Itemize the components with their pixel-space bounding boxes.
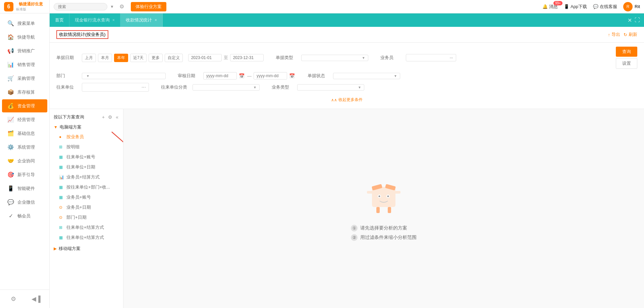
business-icon: 📈 [7,116,14,123]
scheme-group-pc-header[interactable]: ▼ 电脑端方案 [50,122,123,132]
nav-guide[interactable]: 🎯 新手引导 [2,168,47,181]
scheme-item-label-7: 业务员+日期 [66,204,91,210]
voucher-status-arrow: ▼ [394,74,397,78]
counterpart-select[interactable]: ··· [82,83,149,92]
window-max-icon[interactable]: ⛶ [635,17,640,23]
nav-enterprise[interactable]: 🤝 企业协同 [2,154,47,167]
counterpart-category-select[interactable]: ▼ [193,84,260,91]
nav-sales[interactable]: 📊 销售管理 [2,58,47,71]
calendar-icon-from[interactable]: 📅 [239,73,245,79]
scheme-item-icon-10: ▦ [59,235,64,240]
nav-search-menu[interactable]: 🔍 搜索菜单 [2,17,47,30]
date-btn-last-month[interactable]: 上月 [82,54,96,62]
nav-purchase[interactable]: 🛒 采购管理 [2,72,47,85]
window-close-icon[interactable]: ✕ [628,17,632,23]
scheme-group-pc: ▼ 电脑端方案 ● 按业务员 ⊞ 按明细 ▦ 往来单位+账号 [50,122,123,243]
trial-btn[interactable]: 体验行业方案 [131,2,166,11]
scheme-item-1[interactable]: ⊞ 按明细 [50,142,123,152]
query-btn[interactable]: 查询 [616,47,637,57]
sidebar-collapse-btn[interactable]: ◀▐ [26,293,46,305]
tab-bank-flow[interactable]: 现金银行流水查询 × [69,13,120,27]
salesperson-select[interactable]: ··· [406,54,456,61]
scheme-item-6[interactable]: ▦ 业务员+账号 [50,192,123,202]
query-btns: 查询 设置 [616,47,637,69]
nav-business[interactable]: 📈 经营管理 [2,113,47,126]
settings-gear-icon[interactable]: ⚙ [119,3,124,10]
date-to-input[interactable] [230,54,264,61]
date-btn-this-year[interactable]: 本年 [114,54,128,62]
collapse-bar[interactable]: ∧∧ 收起更多条件 [56,95,637,105]
scheme-item-label-5: 按往来单位+部门+收... [66,184,110,190]
calendar-icon-to[interactable]: 📅 [289,73,295,79]
nav-member[interactable]: ✓ 畅会员 [2,209,47,222]
nav-wechat[interactable]: 💬 企业微信 [2,196,47,209]
scheme-item-8[interactable]: ⊙ 部门+日期 [50,212,123,222]
app-download-btn[interactable]: 📱 App下载 [564,4,587,10]
setting-btn[interactable]: 设置 [616,58,637,69]
scheme-item-2[interactable]: ▦ 往来单位+账号 [50,152,123,162]
dropdown-arrow-icon[interactable]: ▼ [110,4,114,9]
content-body: 按以下方案查询 + ⚙ « ▼ 电脑端方案 ● [50,109,644,308]
sidebar-settings-btn[interactable]: ⚙ [3,293,23,305]
nav-quick-nav[interactable]: 🏠 快捷导航 [2,31,47,44]
refresh-label: 刷新 [629,32,637,38]
counterpart-dots[interactable]: ··· [142,84,146,90]
scheme-collapse-btn[interactable]: « [115,114,119,120]
user-area[interactable]: R Rit [623,2,640,11]
nav-label-wechat: 企业微信 [17,199,35,205]
scheme-item-9[interactable]: ⊞ 往来单位+结算方式 [50,222,123,233]
scheme-item-label-9: 往来单位+结算方式 [66,224,104,230]
dept-select[interactable]: ▼ [82,73,166,79]
date-from-input[interactable] [188,54,222,61]
scheme-item-0[interactable]: ● 按业务员 [50,132,123,142]
tab-collection-stats-close[interactable]: × [155,18,157,22]
nav-label-marketing: 营销推广 [17,48,35,54]
scheme-add-btn[interactable]: + [101,114,105,120]
nav-marketing[interactable]: 📢 营销推广 [2,44,47,57]
sidebar: 6 畅捷通好生意 标准版 🔍 搜索菜单 🏠 快捷导航 📢 营销推广 📊 销售管理… [0,0,50,308]
scheme-item-4[interactable]: 📊 业务员+结算方式 [50,172,123,182]
nav-smart-hardware[interactable]: 📱 智能硬件 [2,182,47,195]
tab-home[interactable]: 首页 [50,13,69,27]
scheme-item-label-6: 业务员+账号 [66,194,91,200]
scheme-group-mobile-header[interactable]: ▶ 移动端方案 [50,244,123,253]
enterprise-icon: 🤝 [7,158,14,164]
scheme-item-3[interactable]: ▦ 往来单位+日期 [50,162,123,172]
review-date-from-input[interactable] [203,72,237,80]
nav-basic-info[interactable]: 🗂️ 基础信息 [2,127,47,140]
nav-label-business: 经营管理 [17,117,35,123]
marketing-icon: 📢 [7,48,14,54]
scheme-item-label-2: 往来单位+账号 [66,154,95,160]
scheme-group-arrow-icon: ▼ [54,125,58,130]
voucher-type-select[interactable]: ▼ [301,55,368,61]
refresh-icon: ↻ [624,32,627,37]
date-btn-this-month[interactable]: 本月 [98,54,112,62]
nav-label-guide: 新手引导 [17,172,35,178]
tab-collection-stats[interactable]: 收款情况统计 × [120,13,163,27]
refresh-btn[interactable]: ↻ 刷新 [624,32,637,38]
date-btn-7days[interactable]: 近7天 [130,54,147,62]
scheme-item-10[interactable]: ▦ 往来单位+结算方式 [50,233,123,243]
online-service-btn[interactable]: 💬 在线客服 [593,4,617,10]
nav-finance[interactable]: 💰 资金管理 [2,99,47,112]
filter-row-3: 往来单位 ··· 往来单位分类 ▼ 业务类型 ▼ [56,83,637,92]
message-btn[interactable]: 🔔 消息 99+ [542,4,558,10]
export-btn[interactable]: ↑ 导出 [608,32,621,38]
scheme-item-5[interactable]: ▦ 按往来单位+部门+收... [50,182,123,192]
top-search-input[interactable] [54,3,107,10]
svg-rect-9 [376,207,380,213]
business-type-select[interactable]: ▼ [297,84,364,91]
voucher-status-select[interactable]: ▼ [333,73,400,79]
date-btn-more[interactable]: 更多 [149,54,163,62]
review-date-to-input[interactable] [254,72,287,80]
tab-bank-flow-close[interactable]: × [112,18,115,22]
nav-inventory[interactable]: 📦 库存核算 [2,86,47,99]
nav-system[interactable]: ⚙️ 系统管理 [2,141,47,154]
export-icon: ↑ [608,32,610,37]
date-btn-custom[interactable]: 自定义 [165,54,183,62]
message-badge: 99+ [553,1,562,5]
scheme-item-7[interactable]: ⊙ 业务员+日期 [50,202,123,212]
nav-label-enterprise: 企业协同 [17,158,35,164]
nav-label-basic-info: 基础信息 [17,131,35,137]
scheme-setting-btn[interactable]: ⚙ [107,114,113,120]
